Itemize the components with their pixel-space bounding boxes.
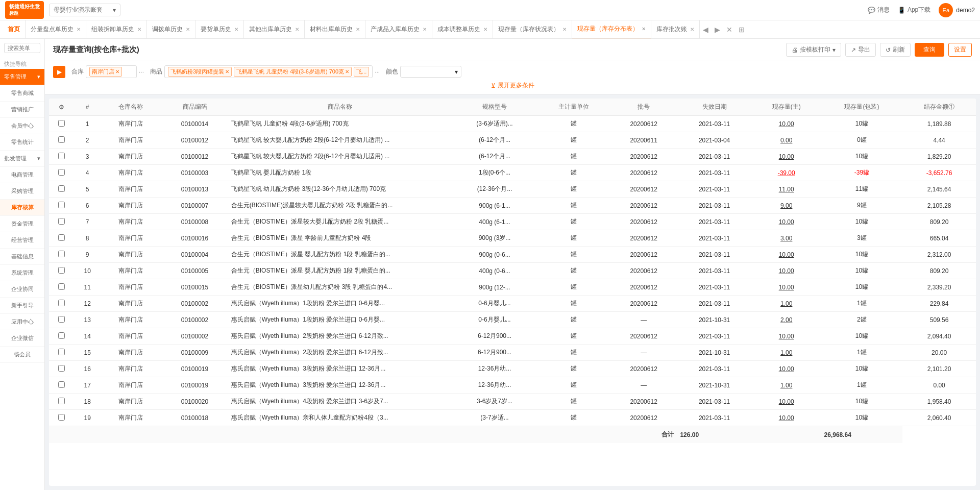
tab-request-close-icon[interactable]: ✕ xyxy=(234,27,238,32)
warehouse-tag-box[interactable]: 南岸门店 ✕ xyxy=(86,65,137,78)
sidebar-item-retail-shop[interactable]: 零售商城 xyxy=(0,85,44,102)
tab-prev-btn[interactable]: ◀ xyxy=(700,26,712,34)
tab-cost-adjust[interactable]: 成本调整单历史 ✕ xyxy=(432,20,493,39)
tab-batch-account[interactable]: 库存批次账 ✕ xyxy=(651,20,700,39)
row-checkbox-cell[interactable] xyxy=(49,410,75,426)
sidebar-item-guide[interactable]: 新手引导 xyxy=(0,298,44,314)
warehouse-tag-close-icon[interactable]: ✕ xyxy=(115,69,119,75)
tab-inventory-status[interactable]: 现存量（库存状况表） ✕ xyxy=(493,20,572,39)
row-qty-main[interactable]: 3.00 xyxy=(752,230,821,247)
row-qty-main[interactable]: 10.00 xyxy=(752,247,821,263)
tab-home[interactable]: 首页 xyxy=(3,20,26,39)
row-qty-main[interactable]: 11.00 xyxy=(752,181,821,198)
row-checkbox[interactable] xyxy=(58,349,65,355)
goods-tag-2[interactable]: 飞鹤星飞帆 儿童奶粉 4段(3-6岁适用) 700克 ✕ xyxy=(234,67,352,77)
row-checkbox[interactable] xyxy=(58,365,65,372)
sidebar-item-inventory[interactable]: 库存核算 xyxy=(0,200,44,216)
row-checkbox[interactable] xyxy=(58,120,65,127)
user-info[interactable]: Ea demo2 xyxy=(939,3,975,17)
sidebar-item-member[interactable]: 会员中心 xyxy=(0,118,44,134)
tab-material-out-close-icon[interactable]: ✕ xyxy=(356,27,360,32)
row-checkbox-cell[interactable] xyxy=(49,149,75,165)
row-qty-main[interactable]: 10.00 xyxy=(752,361,821,377)
sidebar-item-wholesale[interactable]: 批发管理 ▾ xyxy=(0,151,44,167)
sidebar-item-member2[interactable]: 畅会员 xyxy=(0,347,44,363)
search-input[interactable] xyxy=(4,43,40,53)
tab-disassemble[interactable]: 组装拆卸单历史 ✕ xyxy=(86,20,147,39)
print-btn[interactable]: 🖨 按模板打印 ▾ xyxy=(786,43,841,57)
sidebar-item-basics[interactable]: 基础信息 xyxy=(0,249,44,265)
message-btn[interactable]: 💬 消息 xyxy=(868,6,890,14)
goods-filter-dots[interactable]: ··· xyxy=(375,68,380,76)
row-checkbox[interactable] xyxy=(58,185,65,192)
row-checkbox[interactable] xyxy=(58,398,65,404)
sidebar-item-operations[interactable]: 经营管理 xyxy=(0,232,44,249)
row-checkbox-cell[interactable] xyxy=(49,312,75,328)
row-checkbox-cell[interactable] xyxy=(49,361,75,377)
row-qty-main[interactable]: 1.00 xyxy=(752,345,821,361)
tab-material-out[interactable]: 材料出库单历史 ✕ xyxy=(305,20,365,39)
sidebar-item-finance[interactable]: 资金管理 xyxy=(0,216,44,232)
warehouse-filter-dots[interactable]: ··· xyxy=(139,68,144,76)
sidebar-item-enterprise[interactable]: 企业协同 xyxy=(0,281,44,298)
tab-inventory-dist[interactable]: 现存量（库存分布表） ✕ xyxy=(572,20,651,39)
row-checkbox-cell[interactable] xyxy=(49,328,75,345)
warehouse-tag-nanan[interactable]: 南岸门店 ✕ xyxy=(89,67,122,77)
app-download-btn[interactable]: 📱 App下载 xyxy=(898,6,930,14)
tab-close-all-btn[interactable]: ✕ xyxy=(723,26,736,34)
row-qty-main[interactable]: 10.00 xyxy=(752,394,821,410)
sidebar-item-retail[interactable]: 零售管理 ▾ xyxy=(0,69,44,85)
col-setting[interactable]: ⚙ xyxy=(49,99,75,116)
row-checkbox[interactable] xyxy=(58,251,65,257)
row-checkbox-cell[interactable] xyxy=(49,296,75,312)
refresh-btn[interactable]: ↺ 刷新 xyxy=(880,43,911,57)
tab-pickup-close-icon[interactable]: ✕ xyxy=(186,27,190,32)
warehouse-selector[interactable]: 母婴行业演示账套 ▾ xyxy=(49,4,120,16)
sidebar-item-purchase[interactable]: 采购管理 xyxy=(0,183,44,200)
row-qty-main[interactable]: 10.00 xyxy=(752,263,821,279)
row-qty-main[interactable]: 1.00 xyxy=(752,296,821,312)
row-checkbox-cell[interactable] xyxy=(49,230,75,247)
row-checkbox[interactable] xyxy=(58,136,65,143)
tab-cost-adjust-close-icon[interactable]: ✕ xyxy=(483,27,487,32)
sidebar-item-ecommerce[interactable]: 电商管理 xyxy=(0,167,44,183)
sidebar-item-retail-stats[interactable]: 零售统计 xyxy=(0,134,44,151)
sidebar-item-system[interactable]: 系统管理 xyxy=(0,265,44,281)
row-checkbox[interactable] xyxy=(58,316,65,323)
row-qty-main[interactable]: 10.00 xyxy=(752,328,821,345)
export-btn[interactable]: ↗ 导出 xyxy=(845,43,876,57)
row-checkbox-cell[interactable] xyxy=(49,181,75,198)
query-btn[interactable]: 查询 xyxy=(915,43,944,57)
row-checkbox-cell[interactable] xyxy=(49,345,75,361)
row-checkbox[interactable] xyxy=(58,202,65,208)
row-checkbox[interactable] xyxy=(58,300,65,306)
row-checkbox[interactable] xyxy=(58,332,65,339)
tab-product-in[interactable]: 产成品入库单历史 ✕ xyxy=(365,20,432,39)
tab-split-close-icon[interactable]: ✕ xyxy=(77,27,81,32)
sidebar-item-wechat[interactable]: 企业微信 xyxy=(0,330,44,347)
row-checkbox-cell[interactable] xyxy=(49,394,75,410)
row-checkbox[interactable] xyxy=(58,414,65,421)
row-qty-main[interactable]: -39.00 xyxy=(752,165,821,181)
row-qty-main[interactable]: 2.00 xyxy=(752,312,821,328)
tab-inventory-status-close-icon[interactable]: ✕ xyxy=(562,27,567,32)
row-checkbox[interactable] xyxy=(58,381,65,388)
row-qty-main[interactable]: 10.00 xyxy=(752,410,821,426)
row-checkbox[interactable] xyxy=(58,169,65,176)
tab-pickup[interactable]: 调拨单历史 ✕ xyxy=(147,20,195,39)
row-qty-main[interactable]: 10.00 xyxy=(752,279,821,296)
row-checkbox-cell[interactable] xyxy=(49,247,75,263)
row-checkbox[interactable] xyxy=(58,218,65,225)
settings-btn[interactable]: 设置 xyxy=(948,43,972,57)
sidebar-item-marketing[interactable]: 营销推广 xyxy=(0,102,44,118)
tab-batch-account-close-icon[interactable]: ✕ xyxy=(690,27,694,32)
row-qty-main[interactable]: 0.00 xyxy=(752,132,821,149)
row-checkbox[interactable] xyxy=(58,283,65,290)
row-checkbox-cell[interactable] xyxy=(49,165,75,181)
row-checkbox-cell[interactable] xyxy=(49,263,75,279)
goods-tag-1-close-icon[interactable]: ✕ xyxy=(225,69,229,75)
row-checkbox[interactable] xyxy=(58,234,65,241)
tab-split[interactable]: 分量盘点单历史 ✕ xyxy=(26,20,86,39)
tab-more-btn[interactable]: ⊞ xyxy=(736,26,748,34)
tab-disassemble-close-icon[interactable]: ✕ xyxy=(137,27,141,32)
